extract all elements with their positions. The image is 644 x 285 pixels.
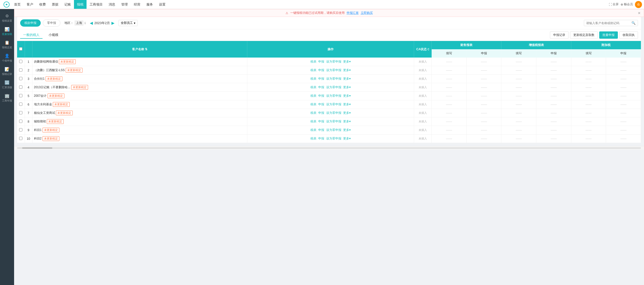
date-next-button[interactable]: ▶	[111, 21, 114, 25]
row-checkbox-8[interactable]	[19, 128, 22, 131]
sidebar-item-calc-clear[interactable]: 🔢 汇算清缴	[0, 78, 14, 91]
nav-invoice[interactable]: 票据	[49, 0, 61, 9]
row-checkbox-cell[interactable]	[17, 134, 25, 143]
nav-service[interactable]: 服务	[143, 0, 156, 9]
op-tax-form-5[interactable]: 税表	[310, 103, 316, 106]
row-checkbox-1[interactable]	[19, 68, 22, 72]
op-more-2[interactable]: 更多▾	[343, 77, 351, 80]
row-checkbox-cell[interactable]	[17, 126, 25, 134]
row-checkbox-cell[interactable]	[17, 83, 25, 92]
row-checkbox-5[interactable]	[19, 103, 22, 106]
op-tax-form-3[interactable]: 税表	[310, 85, 316, 89]
op-more-8[interactable]: 更多▾	[343, 128, 351, 132]
row-checkbox-9[interactable]	[19, 137, 22, 140]
sidebar-item-tax-settings[interactable]: ⚙ 报税设置	[0, 11, 14, 24]
row-checkbox-3[interactable]	[19, 85, 22, 89]
staff-filter[interactable]: 全部员工 ▾	[118, 20, 138, 26]
banner-link-report[interactable]: 申报汇签	[347, 11, 359, 15]
date-prev-button[interactable]: ◀	[90, 21, 93, 25]
nav-client[interactable]: 客户	[24, 0, 36, 9]
op-zero-3[interactable]: 设为零申报	[326, 85, 341, 89]
op-declare-8[interactable]: 申报	[318, 128, 324, 132]
row-checkbox-cell[interactable]	[17, 100, 25, 109]
sidebar-item-biz-annual[interactable]: 🏢 工商年报	[0, 91, 14, 104]
tab-zero-declaration[interactable]: 零申报	[43, 19, 60, 27]
op-declare-1[interactable]: 申报	[318, 68, 324, 72]
declaration-records-button[interactable]: 申报记录	[550, 31, 569, 39]
nav-biz-project[interactable]: 工商项目	[87, 0, 106, 9]
op-zero-6[interactable]: 设为零申报	[326, 111, 341, 115]
nav-fee[interactable]: 收费	[36, 0, 49, 9]
op-more-9[interactable]: 更多▾	[343, 137, 351, 140]
update-tax-button[interactable]: 更新税定及取数	[570, 31, 598, 39]
sidebar-item-tax-records[interactable]: 📝 报税记录	[0, 64, 14, 78]
row-checkbox-0[interactable]	[19, 60, 22, 63]
nav-tax[interactable]: 报税	[74, 0, 87, 9]
op-tax-form-7[interactable]: 税表	[310, 120, 316, 123]
batch-declare-button[interactable]: 批量申报	[599, 31, 618, 39]
collect-receipt-button[interactable]: 收取回执	[619, 31, 638, 39]
op-tax-form-8[interactable]: 税表	[310, 128, 316, 132]
op-tax-form-9[interactable]: 税表	[310, 137, 316, 140]
fullscreen-button[interactable]: ⛶ 全屏	[609, 2, 619, 7]
sidebar-item-batch-tax[interactable]: 📊 批量报税	[0, 24, 14, 38]
op-more-7[interactable]: 更多▾	[343, 120, 351, 123]
op-declare-7[interactable]: 申报	[318, 120, 324, 123]
op-tax-form-6[interactable]: 税表	[310, 111, 316, 115]
op-declare-4[interactable]: 申报	[318, 94, 324, 98]
op-tax-form-0[interactable]: 税表	[310, 60, 316, 63]
banner-close-button[interactable]: ✕	[638, 11, 641, 15]
op-zero-9[interactable]: 设为零申报	[326, 137, 341, 140]
op-declare-3[interactable]: 申报	[318, 85, 324, 89]
row-checkbox-cell[interactable]	[17, 117, 25, 126]
op-more-6[interactable]: 更多▾	[343, 111, 351, 115]
row-checkbox-cell[interactable]	[17, 58, 25, 66]
tab-tax-declaration[interactable]: 税款申报	[20, 19, 41, 27]
op-declare-9[interactable]: 申报	[318, 137, 324, 140]
op-zero-8[interactable]: 设为零申报	[326, 128, 341, 132]
op-more-1[interactable]: 更多▾	[343, 68, 351, 72]
select-all-checkbox[interactable]	[19, 47, 22, 51]
row-checkbox-4[interactable]	[19, 94, 22, 97]
row-checkbox-6[interactable]	[19, 111, 22, 114]
sidebar-item-tax-overview[interactable]: 📋 报税总览	[0, 38, 14, 51]
nav-operation[interactable]: 经营	[131, 0, 143, 9]
op-zero-5[interactable]: 设为零申报	[326, 103, 341, 106]
nav-bookkeeping[interactable]: 记账	[61, 0, 74, 9]
op-more-3[interactable]: 更多▾	[343, 85, 351, 89]
search-button[interactable]: 🔍	[629, 20, 638, 26]
banner-link-buy[interactable]: 立即购买	[361, 11, 373, 15]
row-checkbox-cell[interactable]	[17, 109, 25, 117]
nav-message[interactable]: 消息	[106, 0, 118, 9]
info-icon[interactable]: ℹ	[85, 21, 86, 25]
nav-management[interactable]: 管理	[118, 0, 131, 9]
row-checkbox-cell[interactable]	[17, 75, 25, 83]
op-zero-1[interactable]: 设为零申报	[326, 68, 341, 72]
op-tax-form-1[interactable]: 税表	[310, 68, 316, 72]
op-declare-6[interactable]: 申报	[318, 111, 324, 115]
op-zero-2[interactable]: 设为零申报	[326, 77, 341, 80]
bottom-scroll[interactable]	[14, 146, 644, 150]
nav-home[interactable]: 首页	[11, 0, 24, 9]
op-declare-5[interactable]: 申报	[318, 103, 324, 106]
op-declare-2[interactable]: 申报	[318, 77, 324, 80]
op-more-5[interactable]: 更多▾	[343, 103, 351, 106]
member-button[interactable]: ⊕ 畅会员	[621, 2, 633, 7]
op-tax-form-4[interactable]: 税表	[310, 94, 316, 98]
op-more-0[interactable]: 更多▾	[343, 60, 351, 63]
op-zero-4[interactable]: 设为零申报	[326, 94, 341, 98]
op-declare-0[interactable]: 申报	[318, 60, 324, 63]
op-zero-0[interactable]: 设为零申报	[326, 60, 341, 63]
taxpayer-tab-small[interactable]: 小规模	[46, 32, 61, 39]
row-checkbox-cell[interactable]	[17, 66, 25, 75]
op-tax-form-2[interactable]: 税表	[310, 77, 316, 80]
row-checkbox-2[interactable]	[19, 77, 22, 80]
op-zero-7[interactable]: 设为零申报	[326, 120, 341, 123]
row-checkbox-7[interactable]	[19, 120, 22, 123]
row-checkbox-cell[interactable]	[17, 92, 25, 100]
avatar[interactable]: 会	[635, 1, 642, 8]
search-input[interactable]	[584, 20, 629, 26]
sort-icon[interactable]: ⇅	[145, 48, 147, 51]
sidebar-item-personal-tax[interactable]: 👤 个税申报	[0, 51, 14, 64]
op-more-4[interactable]: 更多▾	[343, 94, 351, 98]
